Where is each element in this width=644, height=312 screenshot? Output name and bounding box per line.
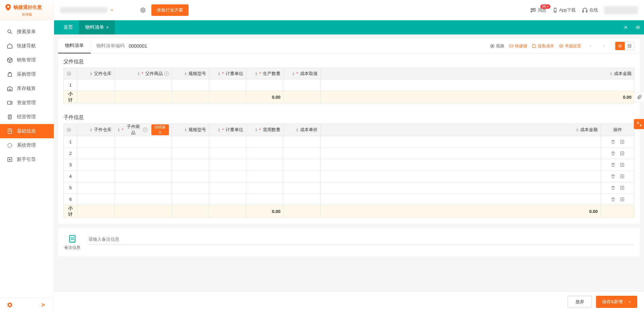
nav-operations[interactable]: 经营管理 — [0, 110, 54, 124]
cell[interactable] — [172, 194, 209, 205]
card-tab-bom[interactable]: 物料清单 — [58, 39, 91, 53]
cell[interactable] — [209, 136, 246, 148]
cell[interactable] — [321, 79, 635, 91]
settings-icon[interactable] — [7, 302, 13, 308]
nav-search[interactable]: 搜索菜单 — [0, 25, 54, 39]
gear-icon[interactable] — [139, 6, 147, 15]
download-link[interactable]: App下载 — [552, 7, 576, 13]
cell[interactable] — [77, 136, 115, 148]
doc-settings-link[interactable]: 单据设置 — [559, 43, 581, 49]
col-child-product[interactable]: ▲▼*子件商品? 扫码录入 — [115, 124, 172, 136]
col-parent-warehouse[interactable]: ▲▼父件仓库 — [77, 68, 115, 79]
add-icon[interactable] — [620, 197, 625, 202]
scan-badge[interactable]: 扫码录入 — [151, 124, 169, 135]
cell[interactable] — [321, 148, 601, 159]
expand-floater[interactable] — [634, 119, 644, 129]
col-parent-qty[interactable]: ▲▼*生产数量 — [246, 68, 283, 79]
help-icon[interactable]: ? — [143, 127, 147, 132]
cell[interactable] — [172, 79, 209, 91]
save-button[interactable]: 保存&新增 — [596, 296, 637, 308]
nav-inventory[interactable]: 库存核算 — [0, 81, 54, 96]
nav-basic-info[interactable]: 基础信息 — [0, 124, 54, 138]
col-child-spec[interactable]: ▲▼规格型号 — [172, 124, 209, 136]
cell[interactable] — [246, 148, 283, 159]
cell[interactable] — [246, 159, 283, 171]
messages-link[interactable]: 消息 99 + — [530, 7, 546, 13]
add-icon[interactable] — [620, 139, 625, 144]
delete-icon[interactable] — [611, 185, 616, 190]
add-icon[interactable] — [620, 151, 625, 156]
delete-icon[interactable] — [611, 197, 616, 202]
extract-cost-link[interactable]: 提取成本 — [532, 43, 554, 49]
cell[interactable] — [77, 79, 115, 91]
prev-icon[interactable] — [586, 42, 595, 50]
cell[interactable] — [77, 148, 115, 159]
close-icon[interactable]: × — [106, 25, 109, 30]
tab-bom[interactable]: 物料清单 × — [79, 20, 115, 34]
col-parent-cost-method[interactable]: ▲▼*成本取值 — [283, 68, 321, 79]
col-child-unit-cost[interactable]: ▲▼成本单价 — [283, 124, 321, 136]
cell[interactable] — [209, 182, 246, 194]
cell[interactable] — [172, 136, 209, 148]
nav-funds[interactable]: 资金管理 — [0, 96, 54, 110]
col-parent-product[interactable]: ▲▼*父件商品? — [115, 68, 172, 79]
shortcut-link[interactable]: 快捷键 — [509, 43, 527, 49]
col-parent-uom[interactable]: ▲▼*计量单位 — [209, 68, 246, 79]
col-parent-spec[interactable]: ▲▼规格型号 — [172, 68, 209, 79]
cell[interactable] — [115, 148, 172, 159]
cell[interactable] — [115, 136, 172, 148]
add-icon[interactable] — [620, 185, 625, 190]
next-icon[interactable] — [599, 42, 608, 50]
cell[interactable] — [283, 159, 321, 171]
cell[interactable] — [283, 182, 321, 194]
cell[interactable] — [283, 79, 321, 91]
cell[interactable] — [321, 159, 601, 171]
table-row[interactable]: 2 — [64, 148, 635, 159]
view-grid-icon[interactable] — [625, 42, 634, 50]
cell[interactable] — [321, 171, 601, 182]
cell[interactable] — [209, 159, 246, 171]
cell[interactable] — [172, 171, 209, 182]
delete-icon[interactable] — [611, 139, 616, 144]
col-child-need-qty[interactable]: ▲▼*需用数量 — [246, 124, 283, 136]
cell[interactable] — [209, 194, 246, 205]
table-row[interactable]: 5 — [64, 182, 635, 194]
cell[interactable] — [115, 182, 172, 194]
tab-home[interactable]: 首页 — [57, 20, 79, 34]
cell[interactable] — [246, 194, 283, 205]
add-icon[interactable] — [620, 174, 625, 179]
cell[interactable] — [115, 159, 172, 171]
cell[interactable] — [77, 159, 115, 171]
cell[interactable] — [283, 171, 321, 182]
cell[interactable] — [77, 171, 115, 182]
cell[interactable] — [246, 136, 283, 148]
cell[interactable] — [172, 148, 209, 159]
discard-button[interactable]: 放弃 — [568, 296, 592, 308]
cell[interactable] — [246, 79, 283, 91]
nav-quick[interactable]: 快捷导航 — [0, 39, 54, 53]
attachment-floater[interactable] — [634, 92, 644, 102]
cell[interactable] — [172, 159, 209, 171]
table-row[interactable]: 4 — [64, 171, 635, 182]
trial-button[interactable]: 体验行业方案 — [151, 4, 189, 16]
delete-icon[interactable] — [611, 174, 616, 179]
delete-icon[interactable] — [611, 162, 616, 167]
table-row[interactable]: 1 — [64, 136, 635, 148]
org-selector[interactable] — [60, 7, 134, 13]
view-list-icon[interactable] — [615, 42, 625, 50]
cell[interactable] — [115, 194, 172, 205]
cell[interactable] — [209, 79, 246, 91]
cell[interactable] — [77, 182, 115, 194]
help-icon[interactable]: ? — [164, 71, 169, 76]
gear-header[interactable] — [64, 124, 77, 136]
col-parent-cost-amount[interactable]: ▲▼成本金额 — [321, 68, 635, 79]
add-icon[interactable] — [620, 162, 625, 167]
cell[interactable] — [77, 194, 115, 205]
cell[interactable] — [321, 136, 601, 148]
col-child-warehouse[interactable]: ▲▼子件仓库 — [77, 124, 115, 136]
delete-icon[interactable] — [611, 151, 616, 156]
nav-sales[interactable]: 销售管理 — [0, 53, 54, 67]
table-row[interactable]: 1 — [64, 79, 635, 91]
cell[interactable] — [115, 79, 172, 91]
cell[interactable] — [209, 148, 246, 159]
